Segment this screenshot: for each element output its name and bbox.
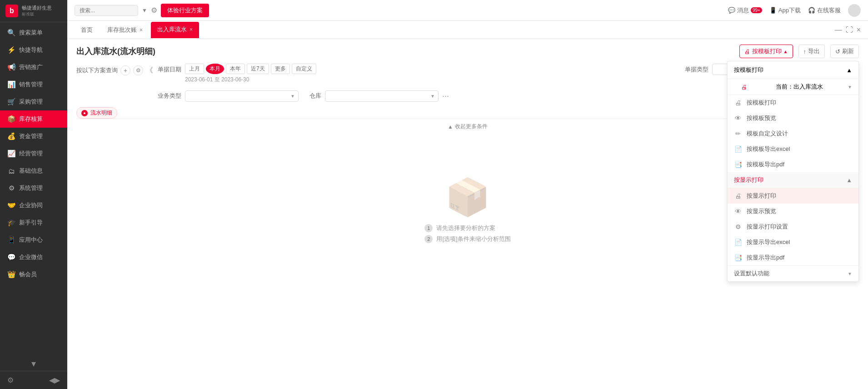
current-icon: 🖨 [741,84,747,90]
filter-settings-icon[interactable]: ⚙ [133,65,143,75]
page-header: 出入库流水(流水明细) 🖨 按模板打印 ▲ ↑ 导出 ↺ 刷新 [67,39,868,58]
date-more-btn[interactable]: 更多 [271,64,290,74]
display-print-label: 按显示打印 [747,192,852,200]
sidebar-item-purchase[interactable]: 🛒 采购管理 [0,93,67,110]
template-excel-label: 按模板导出excel [747,145,852,153]
sidebar: b 畅捷通好生意 标准版 🔍 搜索菜单 ⚡ 快捷导航 📢 营销推广 📊 销售管理… [0,0,67,389]
date-options: 上月 本月 本年 近7天 更多 自定义 2023-06-01 至 2023-06… [185,64,316,84]
sidebar-item-member[interactable]: 👑 畅会员 [0,266,67,283]
sidebar-item-guide[interactable]: 🎓 新手引导 [0,214,67,231]
dropdown-item-template-preview[interactable]: 👁 按模板预览 [728,110,858,126]
app-name-block: 畅捷通好生意 标准版 [22,5,52,17]
sidebar-item-sales[interactable]: 📊 销售管理 [0,76,67,93]
message-item[interactable]: 💬 消息 99+ [728,6,762,15]
display-section-label: 按显示打印 [734,176,763,184]
date-this-year-btn[interactable]: 本年 [226,64,245,74]
date-range-display: 2023-06-01 至 2023-06-30 [185,76,316,84]
business-type-select[interactable] [185,90,299,102]
dropdown-item-template-excel[interactable]: 📄 按模板导出excel [728,141,858,157]
customer-service-label: 在线客服 [817,6,841,15]
message-icon: 💬 [728,7,735,14]
collapse-more-label: 收起更多条件 [455,123,488,130]
empty-step-2: 2 用[选项]条件来缩小分析范围 [424,235,510,243]
sidebar-item-basic[interactable]: 🗂 基础信息 [0,162,67,180]
tabs-bar: 首页 库存批次账 × 出入库流水 × — ⛶ × [67,21,868,39]
template-pdf-label: 按模板导出pdf [747,160,852,169]
dropdown-item-template-pdf[interactable]: 📑 按模板导出pdf [728,157,858,172]
sidebar-item-inventory[interactable]: 📦 库存核算 [0,110,67,128]
display-section-chevron: ▲ [846,177,852,184]
marketing-icon: 📢 [7,63,15,71]
print-template-button[interactable]: 🖨 按模板打印 ▲ [739,45,793,58]
refresh-button[interactable]: ↺ 刷新 [830,45,859,58]
sidebar-item-operation[interactable]: 📈 经营管理 [0,145,67,162]
sidebar-scroll-down[interactable]: ▾ [0,356,67,371]
dropdown-current-chevron: ▼ [848,85,852,90]
refresh-label: 刷新 [842,47,854,55]
print-dropdown-panel: 按模板打印 ▲ 🖨 当前：出入库流水 ▼ 🖨 按模板打印 👁 按模板预 [727,61,859,282]
sidebar-item-marketing[interactable]: 📢 营销推广 [0,59,67,76]
dropdown-item-display-settings[interactable]: ⚙ 按显示打印设置 [728,219,858,234]
app-download-item[interactable]: 📱 App下载 [769,6,801,15]
tab-maximize-icon[interactable]: ⛶ [846,26,853,34]
sidebar-item-system[interactable]: ⚙ 系统管理 [0,180,67,197]
guide-icon: 🎓 [7,219,15,227]
page-actions: 🖨 按模板打印 ▲ ↑ 导出 ↺ 刷新 按模板打印 ▲ [739,45,859,58]
sidebar-item-label: 销售管理 [19,80,43,89]
dropdown-item-display-excel[interactable]: 📄 按显示导出excel [728,234,858,250]
date-custom-btn[interactable]: 自定义 [292,64,316,74]
wechat-icon: 💬 [7,253,15,261]
warehouse-more-icon[interactable]: ··· [442,91,449,101]
sidebar-item-label: 系统管理 [19,184,43,192]
settings-footer-icon[interactable]: ⚙ [7,376,14,384]
display-preview-label: 按显示预览 [747,207,852,215]
sidebar-item-apps[interactable]: 📱 应用中心 [0,231,67,249]
tab-close-icon[interactable]: × [857,26,861,34]
sidebar-item-wechat[interactable]: 💬 企业微信 [0,249,67,266]
dropdown-footer-item[interactable]: 设置默认功能 ▼ [728,265,858,281]
tab-minimize-icon[interactable]: — [835,26,842,34]
user-avatar[interactable] [848,4,861,17]
dropdown-item-display-pdf[interactable]: 📑 按显示导出pdf [728,250,858,265]
search-input[interactable] [75,5,138,16]
export-button[interactable]: ↑ 导出 [798,45,825,58]
dropdown-display-section: 按显示打印 ▲ [728,172,858,188]
sidebar-item-corp[interactable]: 🤝 企业协同 [0,197,67,214]
search-dropdown-chevron[interactable]: ▼ [142,7,147,14]
dropdown-item-display-print[interactable]: 🖨 按显示打印 [728,188,858,204]
empty-steps: 1 请先选择要分析的方案 2 用[选项]条件来缩小分析范围 [424,224,510,243]
app-version: 标准版 [22,11,52,17]
dropdown-item-template-custom[interactable]: ✏ 模板自定义设计 [728,126,858,141]
sidebar-item-finance[interactable]: 💰 资金管理 [0,128,67,145]
customer-service-item[interactable]: 🎧 在线客服 [808,6,841,15]
template-custom-icon: ✏ [734,130,742,138]
collapse-sidebar-icon[interactable]: ◀▶ [49,376,60,384]
warehouse-select[interactable] [325,90,439,102]
date-this-month-btn[interactable]: 本月 [206,64,224,74]
topbar-gear-icon[interactable]: ⚙ [151,6,157,15]
dropdown-item-display-preview[interactable]: 👁 按显示预览 [728,204,858,219]
tab-home-label: 首页 [81,26,93,34]
dropdown-item-template-print[interactable]: 🖨 按模板打印 [728,95,858,110]
filter-collapse-icon[interactable]: 《 [146,66,153,75]
tab-flow-close[interactable]: × [190,26,193,33]
tab-batch[interactable]: 库存批次账 × [101,22,149,38]
sidebar-item-label: 基础信息 [19,167,43,175]
sidebar-logo: b 畅捷通好生意 标准版 [0,0,67,22]
sidebar-item-quick-nav[interactable]: ⚡ 快捷导航 [0,41,67,59]
industry-solution-button[interactable]: 体验行业方案 [161,4,209,17]
date-last-month-btn[interactable]: 上月 [185,64,204,74]
tab-home[interactable]: 首页 [75,22,99,38]
date-7days-btn[interactable]: 近7天 [247,64,269,74]
sidebar-item-search[interactable]: 🔍 搜索菜单 [0,24,67,41]
tab-batch-close[interactable]: × [140,27,143,33]
business-type-label: 业务类型 [158,92,181,100]
section-body: 出入库流水(流水明细) 🖨 按模板打印 ▲ ↑ 导出 ↺ 刷新 [67,39,868,389]
sales-icon: 📊 [7,80,15,89]
dropdown-title: 按模板打印 [734,66,763,74]
dropdown-footer-chevron: ▼ [848,271,852,276]
tab-flow[interactable]: 出入库流水 × [151,22,199,38]
sidebar-item-label: 应用中心 [19,236,43,244]
dropdown-current-item[interactable]: 🖨 当前：出入库流水 ▼ [728,79,858,95]
filter-add-button[interactable]: + [120,65,130,75]
